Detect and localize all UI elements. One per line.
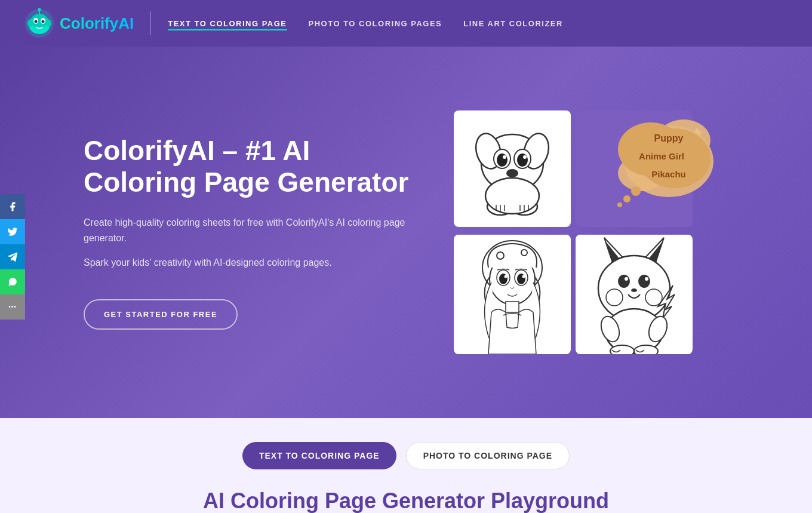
svg-point-61	[645, 277, 648, 281]
svg-point-51	[505, 275, 508, 278]
svg-text:Puppy: Puppy	[654, 133, 684, 143]
svg-point-45	[497, 252, 504, 259]
navbar: ColorifyAI TEXT TO COLORING PAGE PHOTO T…	[0, 0, 812, 47]
svg-point-62	[631, 288, 637, 292]
hero-desc2: Spark your kids' creativity with AI-desi…	[84, 255, 412, 271]
svg-point-32	[506, 169, 518, 177]
svg-point-56	[606, 289, 623, 306]
svg-point-31	[523, 155, 527, 159]
playground-title: AI Coloring Page Generator Playground	[24, 489, 788, 513]
svg-point-58	[618, 275, 630, 288]
hero-desc1: Create high-quality coloring sheets for …	[84, 215, 412, 245]
hero-title: ColorifyAI – #1 AI Coloring Page Generat…	[84, 135, 412, 198]
nav-link-text-to-coloring[interactable]: TEXT TO COLORING PAGE	[168, 19, 287, 30]
logo-link[interactable]: ColorifyAI	[24, 8, 134, 39]
thought-bubble: Puppy Anime Girl Pikachu	[591, 99, 716, 226]
svg-point-66	[610, 345, 634, 354]
svg-point-16	[631, 186, 641, 196]
tab-photo-to-coloring[interactable]: PHOTO TO COLORING PAGE	[406, 442, 570, 469]
cta-button[interactable]: GET STARTED FOR FREE	[84, 299, 238, 330]
svg-point-30	[503, 155, 506, 159]
facebook-button[interactable]	[0, 194, 25, 219]
social-sidebar: •••	[0, 194, 25, 320]
nav-link-photo-to-coloring[interactable]: PHOTO TO COLORING PAGES	[309, 19, 442, 28]
svg-point-5	[35, 20, 38, 23]
tab-row: TEXT TO COLORING PAGE PHOTO TO COLORING …	[24, 442, 788, 469]
svg-point-59	[638, 275, 650, 288]
anime-girl-image	[454, 235, 571, 354]
svg-point-35	[485, 178, 539, 214]
nav-divider	[150, 11, 151, 35]
svg-point-8	[38, 8, 41, 11]
hero-images-container: ✦ Puppy Anime Girl Pikachu	[430, 110, 693, 354]
hero-content: ColorifyAI – #1 AI Coloring Page Generat…	[84, 135, 412, 330]
logo-text: ColorifyAI	[60, 14, 134, 33]
svg-point-67	[634, 345, 658, 354]
twitter-button[interactable]	[0, 219, 25, 244]
hero-section: ColorifyAI – #1 AI Coloring Page Generat…	[0, 47, 812, 418]
logo-icon	[24, 8, 55, 39]
whatsapp-button[interactable]	[0, 269, 25, 294]
svg-point-60	[625, 277, 628, 281]
svg-point-46	[521, 250, 527, 256]
svg-point-29	[517, 153, 528, 167]
svg-point-52	[522, 275, 525, 278]
svg-rect-53	[506, 302, 519, 312]
telegram-button[interactable]	[0, 244, 25, 269]
tab-text-to-coloring[interactable]: TEXT TO COLORING PAGE	[242, 442, 396, 469]
svg-text:Pikachu: Pikachu	[651, 169, 686, 179]
puppy-image	[454, 110, 571, 227]
svg-text:Anime Girl: Anime Girl	[639, 151, 684, 161]
more-button[interactable]: •••	[0, 294, 25, 320]
svg-point-18	[617, 202, 622, 207]
svg-point-28	[497, 153, 508, 167]
nav-links: TEXT TO COLORING PAGE PHOTO TO COLORING …	[168, 18, 563, 29]
svg-point-17	[623, 195, 630, 202]
nav-link-line-art[interactable]: LINE ART COLORIZER	[463, 19, 563, 28]
bottom-section: TEXT TO COLORING PAGE PHOTO TO COLORING …	[0, 418, 812, 513]
svg-point-6	[42, 20, 45, 23]
svg-point-10	[47, 20, 51, 27]
svg-point-9	[27, 20, 32, 27]
pikachu-image	[576, 235, 693, 354]
